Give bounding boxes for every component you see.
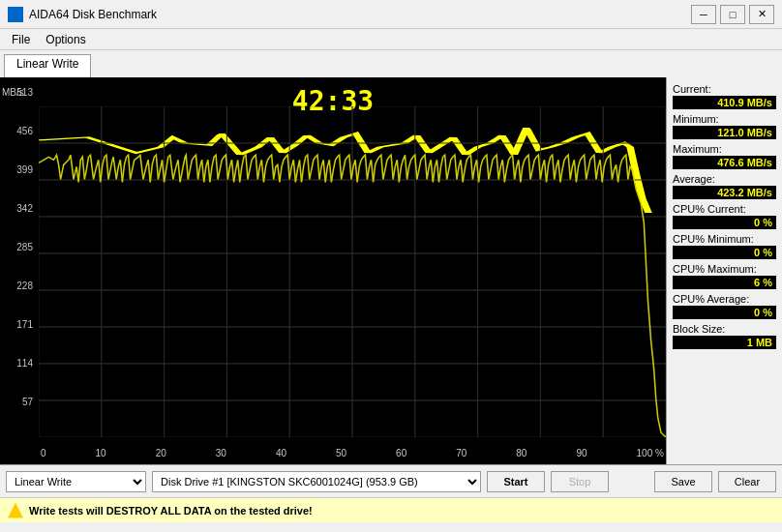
stat-maximum: Maximum: 476.6 MB/s: [673, 143, 776, 169]
stat-block-size: Block Size: 1 MB: [673, 323, 776, 349]
stat-cpu-minimum-value: 0 %: [673, 246, 776, 259]
stat-current-label: Current:: [673, 83, 776, 95]
x-label-70: 70: [456, 448, 466, 458]
stat-cpu-minimum-label: CPU% Minimum:: [673, 233, 776, 245]
x-axis: 0 10 20 30 40 50 60 70 80 90 100 %: [39, 448, 666, 458]
stat-cpu-current-value: 0 %: [673, 216, 776, 229]
x-label-100: 100 %: [637, 448, 664, 458]
x-label-0: 0: [41, 448, 46, 458]
stat-cpu-maximum: CPU% Maximum: 6 %: [673, 263, 776, 289]
stat-minimum: Minimum: 121.0 MB/s: [673, 113, 776, 139]
maximize-button[interactable]: □: [720, 5, 745, 24]
warning-bar: Write tests will DESTROY ALL DATA on the…: [0, 497, 782, 522]
x-label-20: 20: [156, 448, 166, 458]
window-controls: ─ □ ✕: [691, 5, 774, 24]
title-bar-text: AIDA64 Disk Benchmark: [29, 8, 691, 21]
bottom-controls: Linear Write Disk Drive #1 [KINGSTON SKC…: [0, 464, 782, 497]
clear-button[interactable]: Clear: [718, 471, 776, 492]
stat-maximum-value: 476.6 MB/s: [673, 156, 776, 169]
x-label-80: 80: [516, 448, 526, 458]
stat-cpu-maximum-value: 6 %: [673, 276, 776, 289]
stop-button[interactable]: Stop: [551, 471, 609, 492]
stat-current-value: 410.9 MB/s: [673, 96, 776, 109]
main-area: MB/s 42:33 513 456 399 342 285 228 171 1…: [0, 77, 782, 464]
save-button[interactable]: Save: [654, 471, 712, 492]
x-label-90: 90: [576, 448, 586, 458]
drive-combo[interactable]: Disk Drive #1 [KINGSTON SKC6001024G] (95…: [152, 471, 481, 492]
x-label-30: 30: [216, 448, 226, 458]
y-axis: 513 456 399 342 285 228 171 114 57: [0, 87, 37, 435]
y-label-114: 114: [16, 358, 33, 369]
close-button[interactable]: ✕: [749, 5, 774, 24]
y-label-399: 399: [16, 164, 33, 175]
app-icon: [8, 7, 23, 22]
stat-minimum-label: Minimum:: [673, 113, 776, 125]
start-button[interactable]: Start: [487, 471, 545, 492]
y-label-228: 228: [16, 281, 33, 291]
stat-cpu-current-label: CPU% Current:: [673, 203, 776, 215]
warning-icon: [8, 503, 23, 518]
y-label-342: 342: [16, 203, 33, 214]
stat-block-size-value: 1 MB: [673, 336, 776, 349]
stat-cpu-current: CPU% Current: 0 %: [673, 203, 776, 229]
tab-bar: Linear Write: [0, 50, 782, 77]
stat-average-value: 423.2 MB/s: [673, 186, 776, 199]
y-label-57: 57: [22, 397, 33, 407]
y-label-513: 513: [16, 87, 33, 98]
stat-average-label: Average:: [673, 173, 776, 185]
chart-canvas: [39, 106, 666, 437]
test-type-combo[interactable]: Linear Write: [6, 471, 146, 492]
stat-cpu-minimum: CPU% Minimum: 0 %: [673, 233, 776, 259]
x-label-50: 50: [336, 448, 346, 458]
x-label-60: 60: [396, 448, 406, 458]
stat-average: Average: 423.2 MB/s: [673, 173, 776, 199]
title-bar: AIDA64 Disk Benchmark ─ □ ✕: [0, 0, 782, 29]
stat-cpu-average-value: 0 %: [673, 306, 776, 319]
stat-cpu-average: CPU% Average: 0 %: [673, 293, 776, 319]
x-label-10: 10: [96, 448, 106, 458]
stat-cpu-maximum-label: CPU% Maximum:: [673, 263, 776, 275]
stat-block-size-label: Block Size:: [673, 323, 776, 335]
chart-area: MB/s 42:33 513 456 399 342 285 228 171 1…: [0, 77, 666, 464]
y-label-285: 285: [16, 242, 33, 252]
stat-minimum-value: 121.0 MB/s: [673, 126, 776, 139]
stat-current: Current: 410.9 MB/s: [673, 83, 776, 109]
stat-maximum-label: Maximum:: [673, 143, 776, 155]
tab-linear-write[interactable]: Linear Write: [4, 54, 91, 77]
y-label-456: 456: [16, 126, 33, 136]
x-label-40: 40: [276, 448, 286, 458]
warning-text: Write tests will DESTROY ALL DATA on the…: [29, 505, 313, 517]
y-label-171: 171: [16, 319, 33, 330]
menu-options[interactable]: Options: [38, 31, 93, 48]
minimize-button[interactable]: ─: [691, 5, 716, 24]
menu-file[interactable]: File: [4, 31, 38, 48]
right-panel: Current: 410.9 MB/s Minimum: 121.0 MB/s …: [666, 77, 782, 464]
menu-bar: File Options: [0, 29, 782, 50]
stat-cpu-average-label: CPU% Average:: [673, 293, 776, 305]
